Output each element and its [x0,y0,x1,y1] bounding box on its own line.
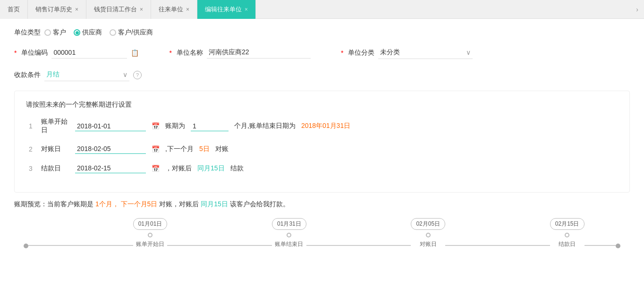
dropdown-arrow-payment: ∨ [123,71,127,78]
period-label-2: 对账日 [41,145,69,153]
preview-part1: 1个月， [95,200,119,208]
period-title: 请按照未来的一个完整帐期进行设置 [26,101,618,109]
start-dot [24,244,28,248]
radio-customer-label: 客户 [53,28,66,37]
radio-supplier[interactable]: 供应商 [74,28,102,37]
preview-part5: 该客户会给我打款。 [230,200,289,208]
preview-part4: 同月15日 [201,200,228,208]
unit-code-label: 单位编码 [21,49,48,57]
chevron-right-icon: › [636,6,638,13]
tab-cash-work-label: 钱货日清工作台 [94,5,137,14]
timeline-label-4: 结款日 [559,240,576,248]
unit-code-star: * [14,49,17,57]
period-box: 请按照未来的一个完整帐期进行设置 1 账单开始日 📅 账期为 个月,账单结束日期… [14,91,630,193]
unit-category-label: 单位分类 [348,49,374,57]
tab-sales-order[interactable]: 销售订单历史 × [28,0,86,19]
period-suffix-text-2: ,下一个月 [165,145,194,153]
period-suffix-highlight-2: 5日 [199,145,210,153]
period-label-1: 账单开始日 [41,118,69,135]
tab-edit-partner-label: 编辑往来单位 [205,5,242,14]
timeline-line-0 [28,245,133,246]
dropdown-arrow-category: ∨ [466,49,471,56]
calendar-icon-1[interactable]: 📅 [152,122,160,130]
calendar-icon-2[interactable]: 📅 [152,145,160,153]
unit-category-star: * [341,49,343,57]
close-icon-edit[interactable]: × [245,6,248,13]
unit-type-field: 单位类型 客户 供应商 客户/供应商 [14,28,153,37]
calendar-icon-code[interactable]: 📋 [131,49,139,57]
tab-more-button[interactable]: › [630,0,644,19]
payment-terms-label: 收款条件 [14,71,41,79]
payment-terms-dropdown[interactable]: 月结 ∨ [44,68,129,81]
radio-circle-supplier [74,29,80,36]
preview-part3: 对账，对账后 [159,200,199,208]
timeline-label-1: 账单开始日 [136,240,164,248]
tab-sales-order-label: 销售订单历史 [35,5,72,14]
radio-circle-both [110,29,116,36]
timeline-label-3: 对账日 [420,240,437,248]
unit-name-input[interactable] [207,47,311,59]
timeline-node-1: 01月01日 账单开始日 [133,218,168,248]
tab-bar: 首页 销售订单历史 × 钱货日清工作台 × 往来单位 × 编辑往来单位 × › [0,0,644,19]
period-num-1: 1 [26,122,35,130]
period-date-input-1[interactable] [75,121,146,131]
close-icon-sales[interactable]: × [75,6,78,13]
timeline-line-1 [167,245,272,246]
radio-circle-customer [44,29,51,36]
close-icon-cash[interactable]: × [140,6,143,13]
period-num-input-1[interactable] [191,121,229,131]
period-row-2: 2 对账日 📅 ,下一个月 5日 对账 [26,144,618,154]
timeline-dot-3 [426,233,431,237]
period-suffix-end-2: 对账 [215,145,229,153]
radio-both[interactable]: 客户/供应商 [110,28,153,37]
period-end-date-1: 2018年01月31日 [301,122,350,130]
timeline-pill-3: 02月05日 [411,218,445,230]
radio-customer[interactable]: 客户 [44,28,66,37]
payment-terms-field: 收款条件 月结 ∨ ? [14,68,142,81]
end-dot [616,244,620,248]
payment-terms-value: 月结 [46,70,119,79]
radio-both-label: 客户/供应商 [118,28,153,37]
preview-section: 账期预览：当前客户账期是 1个月， 下一个月5日 对账，对账后 同月15日 该客… [14,200,630,209]
timeline-node-4: 02月15日 结款日 [550,218,585,248]
unit-info-row: * 单位编码 📋 * 单位名称 * 单位分类 未分类 ∨ [14,46,630,59]
tab-cash-work[interactable]: 钱货日清工作台 × [86,0,151,19]
close-icon-partner[interactable]: × [186,6,189,13]
period-label-3: 结款日 [41,164,69,173]
preview-label: 账期预览：当前客户账期是 [14,200,93,208]
unit-category-select[interactable]: 未分类 ∨ [378,46,473,59]
help-icon[interactable]: ? [133,71,142,79]
unit-type-label: 单位类型 [14,28,41,37]
unit-code-input[interactable] [51,47,127,59]
period-num-3: 3 [26,165,35,172]
tab-home-label: 首页 [8,5,20,14]
unit-name-star: * [169,49,171,57]
timeline-label-2: 账单结束日 [275,240,303,248]
timeline-dot-2 [287,233,291,237]
tab-home[interactable]: 首页 [0,0,28,19]
tab-partner[interactable]: 往来单位 × [151,0,197,19]
unit-type-radio-group: 客户 供应商 客户/供应商 [44,28,153,37]
timeline-pill-4: 02月15日 [550,218,585,230]
timeline-pill-1: 01月01日 [133,218,168,230]
period-date-input-2[interactable] [75,144,146,154]
main-content: 单位类型 客户 供应商 客户/供应商 * 单位编码 [0,19,644,287]
timeline-node-2: 01月31日 账单结束日 [272,218,306,248]
preview-part2: 下一个月5日 [121,200,158,208]
period-suffix-highlight-3: 同月15日 [197,164,225,173]
unit-code-field: * 单位编码 📋 [14,47,139,59]
tab-edit-partner[interactable]: 编辑往来单位 × [197,0,256,19]
timeline-node-3: 02月05日 对账日 [411,218,445,248]
period-prefix-1: 账期为 [165,122,185,130]
timeline: 01月01日 账单开始日 01月31日 账单结束日 02月05日 对账日 02月… [14,218,630,248]
period-row-3: 3 结款日 📅 ，对账后 同月15日 结款 [26,163,618,173]
period-num-2: 2 [26,145,35,153]
timeline-dot-4 [565,233,569,237]
period-suffix-text-3: ，对账后 [165,164,192,173]
period-suffix-1: 个月,账单结束日期为 [234,122,296,130]
unit-category-field: * 单位分类 未分类 ∨ [341,46,473,59]
unit-name-field: * 单位名称 [169,47,310,59]
calendar-icon-3[interactable]: 📅 [152,165,160,172]
period-suffix-end-3: 结款 [230,164,244,173]
period-date-input-3[interactable] [75,163,146,173]
